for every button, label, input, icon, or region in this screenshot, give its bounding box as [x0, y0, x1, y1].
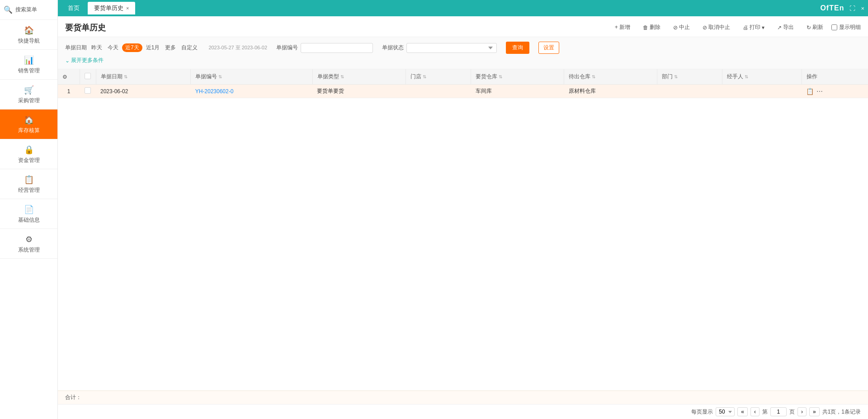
sidebar-search[interactable]: 🔍 搜索菜单	[0, 0, 57, 20]
sidebar-label-system: 系统管理	[18, 246, 40, 254]
maximize-icon[interactable]: ⛶	[849, 5, 855, 12]
tab-active[interactable]: 要货单历史 ×	[88, 2, 135, 14]
cancel-stop-icon: ⊘	[703, 24, 707, 31]
tab-home[interactable]: 首页	[61, 2, 86, 14]
action-edit-icon[interactable]: 📋	[806, 88, 814, 95]
refresh-icon: ↻	[807, 24, 811, 31]
table-row: 1 2023-06-02 YH-20230602-0 要货单要货 车间库 原材料…	[58, 85, 868, 98]
delete-button[interactable]: 🗑 删除	[638, 22, 665, 33]
sidebar-item-system[interactable]: ⚙ 系统管理	[0, 229, 57, 259]
th-settings[interactable]: ⚙	[58, 69, 80, 85]
sidebar-item-basic-info[interactable]: 📄 基础信息	[0, 199, 57, 229]
sort-date-icon: ⇅	[124, 74, 127, 79]
th-action: 操作	[802, 69, 868, 85]
action-more-icon[interactable]: ⋯	[816, 88, 823, 95]
th-type[interactable]: 单据类型 ⇅	[312, 69, 406, 85]
th-store[interactable]: 门店 ⇅	[406, 69, 471, 85]
sidebar-item-inventory[interactable]: 🏠 库存核算	[0, 110, 57, 139]
sort-req-warehouse-icon: ⇅	[499, 74, 502, 79]
th-handler[interactable]: 经手人 ⇅	[722, 69, 802, 85]
sidebar-search-label: 搜索菜单	[15, 6, 37, 14]
prev-page-button[interactable]: ‹	[750, 407, 760, 416]
sidebar-item-sales[interactable]: 📊 销售管理	[0, 50, 57, 80]
sidebar: 🔍 搜索菜单 🏠 快捷导航 📊 销售管理 🛒 采购管理 🏠 库存核算 🔒 资金管…	[0, 0, 58, 419]
expand-more-btn[interactable]: ⌄ 展开更多条件	[65, 57, 861, 64]
sidebar-item-purchase[interactable]: 🛒 采购管理	[0, 80, 57, 110]
print-button[interactable]: 🖨 打印 ▾	[738, 22, 769, 33]
query-button[interactable]: 查询	[506, 42, 529, 54]
page-summary: 共1页，1条记录	[822, 408, 861, 416]
sidebar-icon-purchase: 🛒	[24, 85, 34, 95]
date-option-1[interactable]: 今天	[106, 43, 120, 52]
page-suffix: 页	[789, 408, 795, 416]
cancel-stop-button[interactable]: ⊘ 取消中止	[698, 22, 735, 33]
sidebar-label-operations: 经营管理	[18, 186, 40, 194]
th-pending-warehouse[interactable]: 待出仓库 ⇅	[564, 69, 657, 85]
table-body: 1 2023-06-02 YH-20230602-0 要货单要货 车间库 原材料…	[58, 85, 868, 98]
bill-number-input[interactable]	[301, 43, 373, 53]
sidebar-label-finance: 资金管理	[18, 157, 40, 164]
status-select[interactable]	[406, 43, 497, 53]
th-req-warehouse[interactable]: 要货仓库 ⇅	[471, 69, 564, 85]
sort-dept-icon: ⇅	[674, 74, 678, 79]
th-dept[interactable]: 部门 ⇅	[657, 69, 722, 85]
sort-number-icon: ⇅	[218, 74, 222, 79]
date-option-3[interactable]: 近1月	[144, 43, 162, 52]
date-option-2[interactable]: 近7天	[122, 43, 142, 52]
date-option-5[interactable]: 自定义	[179, 43, 199, 52]
settings-button[interactable]: 设置	[538, 42, 559, 54]
show-detail-input[interactable]	[831, 24, 837, 30]
status-label: 单据状态	[382, 44, 404, 52]
td-checkbox[interactable]	[80, 85, 96, 98]
sort-store-icon: ⇅	[423, 74, 426, 79]
date-option-4[interactable]: 更多	[163, 43, 178, 52]
page-label: 第	[762, 408, 768, 416]
total-label: 合计：	[65, 394, 81, 401]
sidebar-label-purchase: 采购管理	[18, 97, 40, 105]
sidebar-icon-inventory: 🏠	[24, 115, 34, 125]
sidebar-label-sales: 销售管理	[18, 67, 40, 75]
sidebar-item-operations[interactable]: 📋 经营管理	[0, 169, 57, 199]
main-wrapper: 首页 要货单历史 × OfTEn ⛶ × 要货单历史 + 新增 🗑 删除 ⊘	[58, 0, 868, 419]
td-date: 2023-06-02	[96, 85, 191, 98]
tab-active-label: 要货单历史	[94, 4, 123, 12]
sidebar-item-quick-nav[interactable]: 🏠 快捷导航	[0, 20, 57, 50]
sidebar-icon-operations: 📋	[24, 175, 34, 185]
td-req-warehouse: 车间库	[471, 85, 564, 98]
next-page-button[interactable]: ›	[797, 407, 807, 416]
print-icon: 🖨	[743, 24, 748, 31]
per-page-label: 每页显示	[691, 408, 713, 416]
row-checkbox-0[interactable]	[85, 87, 91, 94]
chevron-down-icon: ⌄	[65, 57, 70, 64]
print-dropdown-icon: ▾	[762, 24, 764, 31]
stop-button[interactable]: ⊘ 中止	[669, 22, 694, 33]
page-number-input[interactable]	[770, 407, 787, 416]
tab-home-label: 首页	[68, 4, 80, 12]
stop-icon: ⊘	[673, 24, 678, 31]
tab-bar: 首页 要货单历史 × OfTEn ⛶ ×	[58, 0, 868, 16]
first-page-button[interactable]: «	[737, 407, 748, 416]
per-page-select[interactable]: 50	[716, 407, 735, 416]
header-checkbox[interactable]	[85, 73, 91, 79]
table-area: ⚙ 单据日期 ⇅ 单据编号	[58, 69, 868, 390]
bill-number-link[interactable]: YH-20230602-0	[195, 88, 234, 95]
status-filter-group: 单据状态	[382, 43, 497, 53]
page-title: 要货单历史	[65, 22, 106, 33]
th-number[interactable]: 单据编号 ⇅	[191, 69, 313, 85]
td-action: 📋 ⋯	[802, 85, 868, 98]
sidebar-label-basic-info: 基础信息	[18, 216, 40, 224]
refresh-button[interactable]: ↻ 刷新	[802, 22, 828, 33]
show-detail-checkbox[interactable]: 显示明细	[831, 24, 861, 31]
bill-number-label: 单据编号	[276, 44, 298, 52]
new-button[interactable]: + 新增	[610, 22, 635, 33]
sort-handler-icon: ⇅	[745, 74, 748, 79]
sidebar-icon-quick-nav: 🏠	[24, 25, 34, 35]
bill-number-filter-group: 单据编号	[276, 43, 373, 53]
sidebar-item-finance[interactable]: 🔒 资金管理	[0, 139, 57, 169]
export-button[interactable]: ↗ 导出	[773, 22, 798, 33]
last-page-button[interactable]: »	[809, 407, 820, 416]
close-icon[interactable]: ×	[861, 5, 864, 12]
th-date[interactable]: 单据日期 ⇅	[96, 69, 191, 85]
date-option-0[interactable]: 昨天	[90, 43, 104, 52]
tab-close-icon[interactable]: ×	[126, 5, 129, 11]
